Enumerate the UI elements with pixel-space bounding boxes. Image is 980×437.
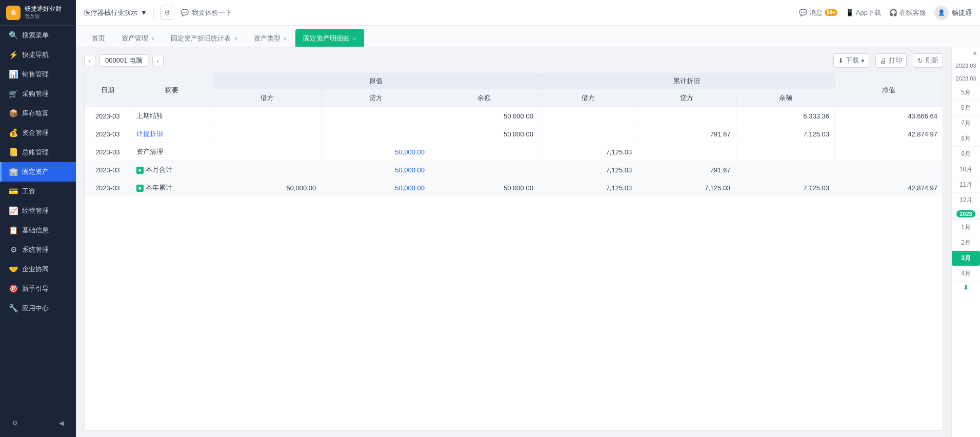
tab-asset-detail[interactable]: 固定资产明细账 × xyxy=(295,29,364,47)
panel-header1[interactable]: 2023.03 xyxy=(952,59,980,72)
download-btn[interactable]: 📱 App下载 xyxy=(846,8,881,17)
tab-close-icon[interactable]: × xyxy=(284,35,287,42)
month-item[interactable]: 1月 xyxy=(952,220,980,235)
tab-home[interactable]: 首页 xyxy=(84,29,113,47)
fixed-assets-icon: 🏢 xyxy=(9,167,18,176)
sidebar-item-purchase[interactable]: 🛒 采购管理 xyxy=(0,84,76,104)
salary-icon: 💳 xyxy=(9,187,18,196)
search-icon: 🔍 xyxy=(9,31,18,40)
sidebar-item-sales[interactable]: 📊 销售管理 xyxy=(0,65,76,84)
tab-asset-mgmt[interactable]: 资产管理 × xyxy=(114,29,162,47)
col-orig-debit: 借方 xyxy=(213,89,322,107)
asset-next-btn[interactable]: › xyxy=(152,55,164,66)
cell-net: 42,874.97 xyxy=(834,125,943,143)
cell-summary: ■本月合计 xyxy=(131,161,213,179)
chevron-down-icon: ▼ xyxy=(141,9,147,16)
cell-summary: ■本年累计 xyxy=(131,179,213,197)
tab-asset-type[interactable]: 资产类型 × xyxy=(246,29,294,47)
app-center-icon: 🔧 xyxy=(9,304,18,313)
sidebar-item-label: 系统管理 xyxy=(22,245,49,254)
print-btn[interactable]: 🖨 打印 xyxy=(875,53,907,68)
cell-orig-debit xyxy=(213,107,322,125)
tab-depreciation-stat[interactable]: 固定资产折旧统计表 × xyxy=(163,29,245,47)
sidebar-settings-btn[interactable]: ⚙ xyxy=(5,415,25,431)
avatar: 👤 xyxy=(934,6,949,20)
month-item[interactable]: 5月 xyxy=(952,85,980,101)
month-item[interactable]: 3月 xyxy=(952,251,980,266)
sidebar-item-app-center[interactable]: 🔧 应用中心 xyxy=(0,299,76,318)
tab-label: 首页 xyxy=(92,34,105,43)
cell-accum-balance: 7,125.03 xyxy=(736,125,834,143)
cell-net xyxy=(834,143,943,161)
company-selector[interactable]: 医疗器械行业演示 ▼ xyxy=(84,8,147,17)
chevron-left-icon: ‹ xyxy=(89,57,91,65)
tabs-bar: 首页 资产管理 × 固定资产折旧统计表 × 资产类型 × 固定资产明细账 × xyxy=(76,26,980,47)
tab-close-icon[interactable]: × xyxy=(234,35,237,42)
sidebar-item-salary[interactable]: 💳 工资 xyxy=(0,182,76,201)
summary-icon: ■ xyxy=(136,185,144,192)
download-label: 下载 xyxy=(846,56,859,65)
sidebar-item-label: 资金管理 xyxy=(22,128,49,137)
tab-close-icon[interactable]: × xyxy=(353,35,356,42)
collapse-icon: ◀ xyxy=(59,420,64,427)
refresh-btn[interactable]: ↻ 刷新 xyxy=(913,53,943,68)
cell-orig-debit xyxy=(213,161,322,179)
sidebar-item-inventory[interactable]: 📦 库存核算 xyxy=(0,104,76,123)
sidebar-item-fixed-assets[interactable]: 🏢 固定资产 xyxy=(0,162,76,182)
sidebar-item-operations[interactable]: 📈 经营管理 xyxy=(0,201,76,221)
table-row: 2023-03 ■本年累计 50,000.00 50,000.00 50,000… xyxy=(85,179,943,197)
user-menu[interactable]: 👤 畅捷通 xyxy=(934,6,972,20)
chevron-right-icon: › xyxy=(157,57,159,65)
experience-btn[interactable]: 💬 我要体验一下 xyxy=(181,8,232,17)
detail-table: 日期 摘要 原值 累计折旧 净值 借方 贷方 余额 借方 贷方 余额 xyxy=(85,73,943,196)
month-item[interactable]: 10月 xyxy=(952,162,980,177)
sidebar-collapse-btn[interactable]: ◀ xyxy=(52,415,71,431)
tab-close-icon[interactable]: × xyxy=(151,35,154,42)
system-icon: ⚙ xyxy=(9,245,18,254)
cell-accum-debit: 7,125.03 xyxy=(538,161,637,179)
settings-icon: ⚙ xyxy=(12,420,18,427)
month-item[interactable]: 6月 xyxy=(952,101,980,116)
experience-label: 我要体验一下 xyxy=(192,8,232,17)
month-item[interactable]: 2月 xyxy=(952,235,980,251)
asset-prev-btn[interactable]: ‹ xyxy=(84,55,95,66)
tab-label: 资产类型 xyxy=(254,34,281,43)
month-item[interactable]: 8月 xyxy=(952,131,980,147)
sidebar-item-quick-nav[interactable]: ⚡ 快捷导航 xyxy=(0,45,76,65)
month-item[interactable]: 11月 xyxy=(952,177,980,193)
download-btn[interactable]: ⬇ 下载 ▾ xyxy=(833,53,869,68)
cell-orig-balance: 50,000.00 xyxy=(430,107,539,125)
content-area: ‹ 000001 电脑 › ⬇ 下载 ▾ 🖨 打印 xyxy=(76,47,980,437)
sidebar-item-guide[interactable]: 🎯 新手引导 xyxy=(0,279,76,299)
sidebar-item-fund[interactable]: 💰 资金管理 xyxy=(0,123,76,143)
refresh-label: 刷新 xyxy=(925,56,938,65)
fund-icon: 💰 xyxy=(9,128,18,137)
service-label: 在线客服 xyxy=(899,8,926,17)
month-item[interactable]: 12月 xyxy=(952,193,980,208)
cell-orig-credit: 50,000.00 xyxy=(322,143,430,161)
quick-nav-icon: ⚡ xyxy=(9,50,18,59)
service-btn[interactable]: 🎧 在线客服 xyxy=(889,8,926,17)
panel-close-btn[interactable]: × xyxy=(952,47,980,59)
sidebar-item-search[interactable]: 🔍 搜索菜单 xyxy=(0,26,76,45)
cell-orig-credit: 50,000.00 xyxy=(322,179,430,197)
month-item[interactable]: 4月 xyxy=(952,266,980,282)
message-btn[interactable]: 💬 消息 99+ xyxy=(799,8,837,17)
sidebar-item-label: 企业协同 xyxy=(22,265,49,274)
message-badge: 99+ xyxy=(825,9,837,16)
panel-header2[interactable]: 2023.03 xyxy=(952,72,980,85)
sidebar-item-basic-info[interactable]: 📋 基础信息 xyxy=(0,221,76,240)
cell-accum-debit xyxy=(538,107,637,125)
sidebar-item-cooperation[interactable]: 🤝 企业协同 xyxy=(0,260,76,279)
cell-orig-credit: 50,000.00 xyxy=(322,161,430,179)
panel-nav-down[interactable]: ⬇ xyxy=(952,282,980,293)
sidebar-item-system[interactable]: ⚙ 系统管理 xyxy=(0,240,76,260)
col-original-group: 原值 xyxy=(213,73,538,89)
topbar-settings-btn[interactable]: ⚙ xyxy=(160,6,174,20)
sidebar-item-label: 采购管理 xyxy=(22,89,49,98)
month-item[interactable]: 7月 xyxy=(952,116,980,131)
download-label: App下载 xyxy=(856,8,881,17)
month-item[interactable]: 9月 xyxy=(952,147,980,162)
cell-date: 2023-03 xyxy=(85,125,131,143)
sidebar-item-ledger[interactable]: 📒 总账管理 xyxy=(0,143,76,162)
